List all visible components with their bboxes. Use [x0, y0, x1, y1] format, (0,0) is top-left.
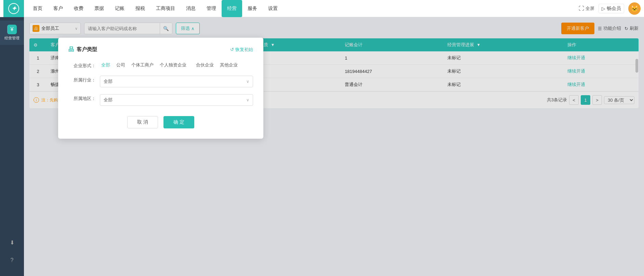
sidebar-item-label: 经营管理: [4, 36, 19, 41]
management-icon: ¥: [7, 25, 17, 34]
nav-item-记账[interactable]: 记账: [109, 0, 130, 17]
sidebar: ¥ 经营管理 ⬇ ?: [0, 17, 24, 276]
enterprise-type-0[interactable]: 全部: [100, 61, 111, 69]
top-nav: ✦ 首页客户收费票据记账报税工商项目消息管理经营服务设置 ⛶ 全屏 ▷ 畅会员 …: [0, 0, 644, 17]
nav-right: ⛶ 全屏 ▷ 畅会员 🐱: [579, 2, 641, 15]
region-value: 全部: [104, 97, 113, 103]
avatar[interactable]: 🐱: [628, 2, 641, 15]
nav-items: 首页客户收费票据记账报税工商项目消息管理经营服务设置: [24, 0, 579, 17]
industry-label: 所属行业：: [68, 76, 96, 83]
download-icon: ⬇: [7, 238, 17, 247]
filter-modal: 品 客户类型 ↺ 恢复初始 企业形式： 全部公司个体工商户个人独资企业合伙企业其…: [58, 38, 263, 139]
nav-item-服务[interactable]: 服务: [242, 0, 263, 17]
region-row: 所属地区： 全部 ∨: [68, 94, 253, 106]
reset-label: 恢复初始: [235, 47, 253, 53]
nav-item-管理[interactable]: 管理: [201, 0, 222, 17]
sidebar-help[interactable]: ?: [6, 251, 18, 269]
modal-header: 品 客户类型 ↺ 恢复初始: [68, 46, 253, 53]
nav-item-消息[interactable]: 消息: [181, 0, 201, 17]
help-icon: ?: [7, 255, 17, 265]
fullscreen-icon: ⛶: [579, 5, 584, 12]
sidebar-bottom: ⬇ ?: [6, 234, 18, 276]
nav-item-报税[interactable]: 报税: [130, 0, 150, 17]
modal-title-text: 客户类型: [77, 46, 97, 53]
fullscreen-label: 全屏: [586, 5, 594, 12]
fullscreen-btn[interactable]: ⛶ 全屏: [579, 5, 594, 12]
enterprise-type-2[interactable]: 个体工商户: [130, 61, 155, 69]
modal-title-icon: 品: [68, 46, 74, 53]
industry-value: 全部: [104, 78, 113, 85]
nav-item-客户[interactable]: 客户: [48, 0, 68, 17]
sidebar-download[interactable]: ⬇: [6, 234, 18, 251]
layout: ¥ 经营管理 ⬇ ? 品 全部员工 ∨ 🔍 筛选: [0, 17, 644, 276]
enterprise-form-row: 企业形式： 全部公司个体工商户个人独资企业合伙企业其他企业: [68, 61, 253, 69]
confirm-button[interactable]: 确 定: [163, 116, 194, 128]
enterprise-types: 全部公司个体工商户个人独资企业合伙企业其他企业: [100, 61, 253, 69]
nav-item-经营[interactable]: 经营: [222, 0, 242, 17]
play-icon: ▷: [602, 6, 605, 11]
nav-item-首页[interactable]: 首页: [27, 0, 48, 17]
nav-item-票据[interactable]: 票据: [89, 0, 109, 17]
sidebar-item-management[interactable]: ¥ 经营管理: [0, 21, 24, 45]
logo-icon: ✦: [8, 3, 19, 14]
enterprise-type-1[interactable]: 公司: [115, 61, 127, 69]
enterprise-type-5[interactable]: 其他企业: [219, 61, 239, 69]
enterprise-form-label: 企业形式：: [68, 61, 96, 69]
modal-reset-button[interactable]: ↺ 恢复初始: [230, 47, 253, 53]
region-select-container: 全部 ∨: [100, 94, 253, 106]
main-content: 品 全部员工 ∨ 🔍 筛选 ∧ 开通新客户 ☰ 功能介绍 ↻ 刷新: [24, 17, 644, 276]
industry-row: 所属行业： 全部 ∨: [68, 76, 253, 87]
enterprise-type-3[interactable]: 个人独资企业: [158, 61, 188, 69]
industry-select-container: 全部 ∨: [100, 76, 253, 87]
nav-item-设置[interactable]: 设置: [263, 0, 283, 17]
region-select[interactable]: 全部 ∨: [100, 94, 253, 106]
modal-footer: 取 消 确 定: [68, 116, 253, 128]
enterprise-type-4[interactable]: 合伙企业: [195, 61, 215, 69]
vip-label: 畅会员: [607, 5, 621, 12]
region-arrow-icon: ∨: [246, 98, 249, 102]
region-label: 所属地区：: [68, 94, 96, 102]
reset-icon: ↺: [230, 47, 234, 52]
enterprise-types-container: 全部公司个体工商户个人独资企业合伙企业其他企业: [100, 61, 253, 69]
industry-arrow-icon: ∨: [246, 79, 249, 84]
nav-item-收费[interactable]: 收费: [68, 0, 89, 17]
cancel-button[interactable]: 取 消: [127, 116, 158, 128]
industry-select[interactable]: 全部 ∨: [100, 76, 253, 87]
vip-button[interactable]: ▷ 畅会员: [599, 4, 624, 13]
modal-title: 品 客户类型: [68, 46, 97, 53]
nav-item-工商项目[interactable]: 工商项目: [150, 0, 181, 17]
modal-overlay: 品 客户类型 ↺ 恢复初始 企业形式： 全部公司个体工商户个人独资企业合伙企业其…: [24, 17, 644, 276]
logo: ✦: [3, 0, 24, 17]
